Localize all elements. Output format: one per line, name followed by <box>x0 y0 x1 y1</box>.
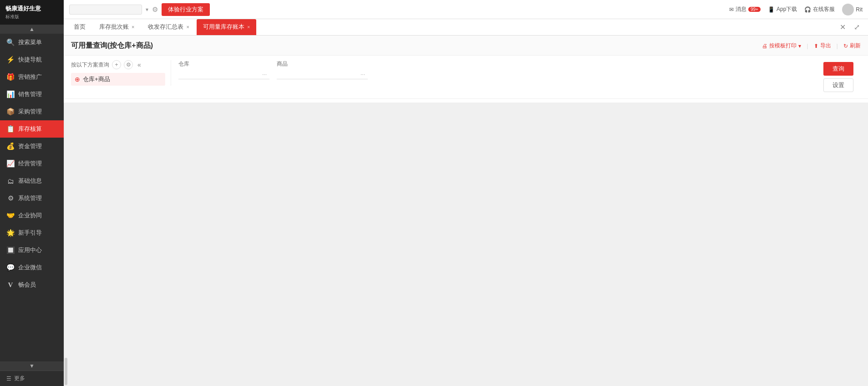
scrollbar-thumb[interactable] <box>65 358 67 385</box>
goods-input[interactable] <box>277 71 359 77</box>
trial-btn[interactable]: 体验行业方案 <box>162 3 210 16</box>
filter-section-label: 按以下方案查询 + ⚙ « <box>71 60 165 69</box>
inventory-icon: 📋 <box>6 125 15 133</box>
shortcut-icon: ⚡ <box>6 56 15 64</box>
manage-scheme-btn[interactable]: ⚙ <box>124 60 133 69</box>
message-icon: ✉ <box>729 6 734 13</box>
sidebar-scroll-down[interactable]: ▼ <box>0 361 64 371</box>
content-header: 可用量查询(按仓库+商品) 🖨 按模板打印 ▾ | ⬆ 导出 | ↻ 刷新 <box>64 36 868 56</box>
topbar-right: ✉ 消息 99+ 📱 App下载 🎧 在线客服 Rit <box>729 4 863 15</box>
user-avatar-item[interactable]: Rit <box>842 4 863 15</box>
chart-icon: 📊 <box>6 90 15 98</box>
export-btn[interactable]: ⬆ 导出 <box>814 42 831 50</box>
brand-name: 畅康通好生意 <box>5 5 58 13</box>
goods-more-btn[interactable]: ··· <box>360 71 365 77</box>
sidebar-item-appcenter[interactable]: 🔲 应用中心 <box>0 242 64 259</box>
edition-label: 标准版 <box>5 14 58 20</box>
sidebar-item-label: 系统管理 <box>18 194 42 202</box>
dropdown-arrow-icon[interactable]: ▾ <box>146 6 148 13</box>
app-icon: 🔲 <box>6 246 15 254</box>
warehouse-input[interactable] <box>178 71 260 77</box>
content-area: 可用量查询(按仓库+商品) 🖨 按模板打印 ▾ | ⬆ 导出 | ↻ 刷新 <box>64 36 868 103</box>
online-service-label: 在线客服 <box>813 5 835 13</box>
member-icon: V <box>6 281 15 289</box>
tab-receipt-summary[interactable]: 收发存汇总表 × <box>142 19 195 35</box>
sidebar-item-label: 搜索菜单 <box>18 38 42 46</box>
sidebar-item-guide[interactable]: 🌟 新手引导 <box>0 224 64 242</box>
ops-icon: 📈 <box>6 160 15 168</box>
sidebar-item-sales[interactable]: 📊 销售管理 <box>0 86 64 103</box>
filter-left: 按以下方案查询 + ⚙ « ⊕ 仓库+商品 <box>71 60 171 86</box>
topbar: ▾ ⚙ 体验行业方案 ✉ 消息 99+ 📱 App下载 🎧 在线客服 Rit <box>64 0 868 19</box>
settings-btn[interactable]: 设置 <box>823 78 853 92</box>
sidebar-item-purchase[interactable]: 📦 采购管理 <box>0 103 64 120</box>
tab-receipt-summary-close[interactable]: × <box>186 24 189 30</box>
headset-icon: 🎧 <box>804 6 811 13</box>
query-btn[interactable]: 查询 <box>823 62 853 76</box>
tab-home-label: 首页 <box>74 23 86 31</box>
right-scrollbar[interactable] <box>64 103 67 386</box>
tabs-bar: 首页 库存批次账 × 收发存汇总表 × 可用量库存账本 × ✕ ⤢ <box>64 19 868 36</box>
divider2: | <box>837 42 838 49</box>
warehouse-input-wrapper: ··· <box>178 70 269 79</box>
sidebar-item-label: 基础信息 <box>18 177 42 185</box>
sidebar-item-label: 应用中心 <box>18 246 42 254</box>
tabs-spacer <box>257 19 836 35</box>
sidebar-item-cooperation[interactable]: 🤝 企业协同 <box>0 207 64 224</box>
refresh-btn[interactable]: ↻ 刷新 <box>843 42 861 50</box>
tab-close-btn[interactable]: ✕ <box>837 22 848 32</box>
coop-icon: 🤝 <box>6 211 15 220</box>
sidebar-item-search[interactable]: 🔍 搜索菜单 <box>0 34 64 51</box>
message-badge: 99+ <box>748 7 761 12</box>
tab-home[interactable]: 首页 <box>67 19 92 35</box>
system-icon: ⚙ <box>6 194 15 202</box>
refresh-icon: ↻ <box>843 43 848 49</box>
topbar-search-input[interactable] <box>69 5 142 15</box>
username-label: Rit <box>856 6 863 13</box>
filter-field-goods: 商品 ··· <box>277 60 368 79</box>
print-label: 按模板打印 <box>769 42 797 50</box>
divider1: | <box>807 42 808 49</box>
sidebar-header: 畅康通好生意 标准版 <box>0 0 64 25</box>
tab-available-ledger-close[interactable]: × <box>247 24 250 30</box>
basics-icon: 🗂 <box>6 177 15 185</box>
tab-batch-ledger[interactable]: 库存批次账 × <box>93 19 141 35</box>
print-btn[interactable]: 🖨 按模板打印 ▾ <box>762 42 801 50</box>
scheme-label: 仓库+商品 <box>83 75 110 83</box>
bottom-label: 更多 <box>14 375 25 382</box>
page-title: 可用量查询(按仓库+商品) <box>71 41 153 51</box>
sidebar-item-weixin[interactable]: 💬 企业微信 <box>0 259 64 276</box>
add-scheme-btn[interactable]: + <box>112 60 121 69</box>
sidebar-item-label: 畅会员 <box>18 281 36 289</box>
tab-batch-ledger-close[interactable]: × <box>132 24 134 30</box>
print-dropdown-icon[interactable]: ▾ <box>798 43 801 49</box>
sidebar-item-inventory[interactable]: 📋 库存核算 <box>0 120 64 138</box>
app-download-item[interactable]: 📱 App下载 <box>768 5 797 13</box>
messages-item[interactable]: ✉ 消息 99+ <box>729 5 761 13</box>
sidebar-item-member[interactable]: V 畅会员 <box>0 276 64 293</box>
empty-state: 1 请先选择要分析的方案 2 用[过滤]条件来缩小分析范围 <box>64 99 868 103</box>
topbar-gear-icon[interactable]: ⚙ <box>152 5 158 14</box>
sidebar-item-operations[interactable]: 📈 经营管理 <box>0 155 64 172</box>
tab-expand-btn[interactable]: ⤢ <box>851 22 863 32</box>
sidebar-scroll-up[interactable]: ▲ <box>0 25 64 34</box>
collapse-icon[interactable]: « <box>137 61 141 68</box>
sidebar-item-label: 资金管理 <box>18 142 42 150</box>
more-icon: ☰ <box>6 376 11 382</box>
sidebar-item-basics[interactable]: 🗂 基础信息 <box>0 172 64 190</box>
sidebar-item-finance[interactable]: 💰 资金管理 <box>0 138 64 155</box>
sidebar-item-system[interactable]: ⚙ 系统管理 <box>0 190 64 207</box>
app-download-label: App下载 <box>777 5 797 13</box>
weixin-icon: 💬 <box>6 263 15 272</box>
scheme-warehouse-goods[interactable]: ⊕ 仓库+商品 <box>71 73 165 86</box>
sidebar: 畅康通好生意 标准版 ▲ 🔍 搜索菜单 ⚡ 快捷导航 🎁 营销推广 📊 销售管理… <box>0 0 64 386</box>
warehouse-more-btn[interactable]: ··· <box>262 71 267 77</box>
export-icon: ⬆ <box>814 43 818 49</box>
online-service-item[interactable]: 🎧 在线客服 <box>804 5 835 13</box>
sidebar-item-label: 经营管理 <box>18 160 42 168</box>
sidebar-bottom[interactable]: ☰ 更多 <box>0 371 64 386</box>
filter-panel: 按以下方案查询 + ⚙ « ⊕ 仓库+商品 仓库 ··· <box>64 56 868 99</box>
sidebar-item-shortcuts[interactable]: ⚡ 快捷导航 <box>0 51 64 68</box>
sidebar-item-marketing[interactable]: 🎁 营销推广 <box>0 68 64 86</box>
tab-available-ledger[interactable]: 可用量库存账本 × <box>197 19 256 35</box>
